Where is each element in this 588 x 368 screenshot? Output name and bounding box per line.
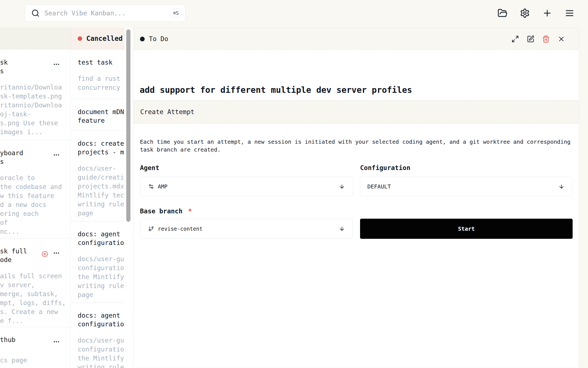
task-card-title: docs: agent configuration: [78, 311, 125, 329]
column-title: Cancelled: [86, 35, 123, 43]
expand-icon[interactable]: [511, 35, 519, 43]
more-menu-icon[interactable]: [53, 341, 59, 343]
trash-icon[interactable]: [542, 35, 550, 43]
task-card-title: docs: create projects - m: [78, 139, 125, 157]
agent-label: Agent: [140, 164, 159, 171]
cancelled-status-icon[interactable]: [42, 251, 48, 257]
task-card-description: docs/user-gu configuration the Mintlify …: [78, 254, 125, 299]
task-card[interactable]: yboard s oracle to the codebase and w th…: [0, 140, 70, 239]
todo-status-dot-icon: [140, 37, 145, 41]
search-input[interactable]: [44, 10, 171, 17]
kanban-column-cancelled: Cancelled test task find a rust fi concu…: [71, 27, 125, 368]
configuration-select[interactable]: DEFAULT: [360, 177, 572, 196]
divider: [134, 123, 579, 124]
task-card[interactable]: document mDNS feature: [71, 99, 125, 131]
task-card-description: ritannio/Downloa sk-templates.png ritann…: [0, 83, 70, 136]
board-scrollbar[interactable]: [126, 29, 130, 222]
kanban-column-left: sk s ritannio/Downloa sk-templates.png r…: [0, 27, 70, 368]
task-card[interactable]: thub cs page: [0, 327, 70, 368]
agent-value: AMP: [158, 183, 167, 190]
attempt-info-text: Each time you start an attempt, a new se…: [140, 138, 576, 154]
task-card-description: ails full screen v server, merge, subtas…: [0, 272, 70, 325]
task-card-title: yboard s: [0, 149, 70, 166]
search-shortcut-badge: ⌘S: [171, 9, 181, 18]
topbar-actions: [497, 8, 575, 18]
task-card-description: find a rust fi concurrency: [78, 74, 125, 92]
top-bar: ⌘S: [0, 0, 588, 27]
task-card-description: oracle to the codebase and w this featur…: [0, 173, 70, 236]
task-card-title: thub: [0, 336, 70, 344]
close-icon[interactable]: [558, 35, 565, 43]
task-card[interactable]: test task find a rust fi concurrency: [71, 50, 125, 99]
column-header-left: [0, 27, 70, 49]
task-card-title: sk s: [0, 58, 70, 76]
arrow-down-icon: [558, 183, 565, 190]
menu-icon[interactable]: [565, 8, 575, 18]
arrow-down-icon: [339, 226, 345, 232]
search-icon: [31, 9, 40, 17]
arrow-down-icon: [339, 183, 345, 190]
task-card-title: test task: [78, 58, 125, 67]
task-detail-header: To Do: [134, 28, 579, 50]
task-card[interactable]: docs: agent configuration docs/user-gu c…: [71, 303, 125, 368]
divider: [134, 100, 579, 100]
sliders-icon: [148, 184, 154, 189]
configuration-label: Configuration: [360, 164, 410, 171]
divider: [0, 49, 70, 49]
base-branch-select[interactable]: revise-content: [140, 219, 353, 239]
folder-open-icon[interactable]: [497, 8, 508, 18]
required-asterisk: *: [188, 207, 192, 215]
task-status-label: To Do: [149, 35, 168, 43]
column-header-cancelled: Cancelled: [71, 27, 125, 49]
task-detail-actions: [511, 28, 565, 50]
task-card[interactable]: sk full ode ails full screen v server, m…: [0, 239, 70, 327]
base-branch-value: revise-content: [158, 226, 203, 232]
agent-select[interactable]: AMP: [140, 177, 353, 196]
settings-gear-icon[interactable]: [520, 8, 530, 18]
task-card-description: docs/user- guide/creati projects.mdx Min…: [78, 164, 125, 218]
task-card-title: sk full ode: [0, 247, 70, 264]
plus-icon[interactable]: [542, 8, 552, 18]
task-card[interactable]: docs: create projects - m docs/user- gui…: [71, 131, 125, 221]
divider: [71, 49, 125, 49]
configuration-value: DEFAULT: [367, 183, 391, 190]
section-title: Create Attempt: [140, 108, 194, 115]
task-card-title: docs: agent configuration: [78, 230, 125, 247]
task-title: add support for different multiple dev s…: [140, 85, 412, 95]
more-menu-icon[interactable]: [53, 252, 59, 254]
base-branch-label: Base branch*: [140, 207, 192, 215]
more-menu-icon[interactable]: [53, 63, 59, 65]
cancelled-dot-icon: [78, 36, 82, 41]
task-detail-panel: To Do add support for different multiple…: [133, 28, 579, 368]
start-button[interactable]: Start: [360, 219, 573, 239]
search-box[interactable]: ⌘S: [25, 4, 185, 22]
task-card-title: document mDNS feature: [78, 108, 125, 125]
edit-icon[interactable]: [527, 35, 534, 43]
task-card[interactable]: docs: agent configuration docs/user-gu c…: [71, 221, 125, 303]
task-card-description: cs page: [0, 356, 70, 365]
task-card-description: docs/user-gu configuration the Mintlify …: [78, 336, 125, 368]
more-menu-icon[interactable]: [53, 154, 59, 156]
task-card[interactable]: sk s ritannio/Downloa sk-templates.png r…: [0, 50, 70, 140]
create-attempt-section-header: Create Attempt: [134, 100, 579, 124]
git-branch-icon: [148, 226, 154, 232]
